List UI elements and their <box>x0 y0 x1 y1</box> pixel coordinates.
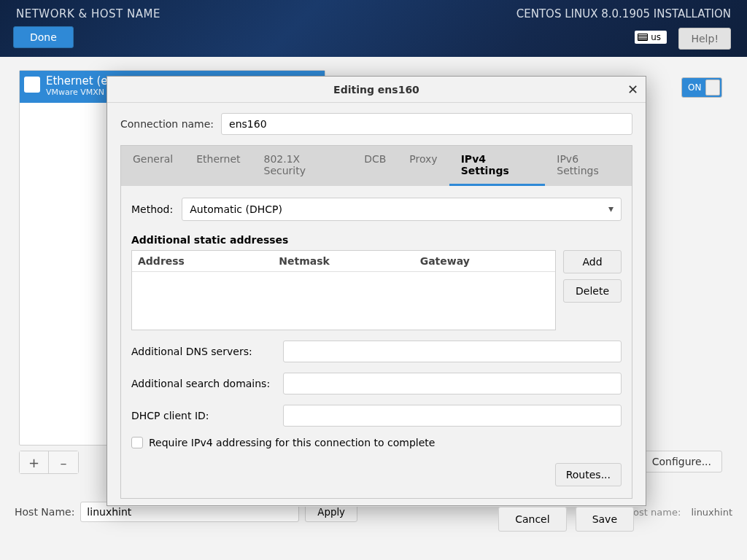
save-button[interactable]: Save <box>576 507 634 532</box>
remove-nic-button[interactable]: – <box>49 451 78 473</box>
tab-general[interactable]: General <box>121 146 185 186</box>
done-button[interactable]: Done <box>13 26 74 48</box>
static-addresses-table[interactable]: Address Netmask Gateway <box>131 250 556 330</box>
delete-address-button[interactable]: Delete <box>563 279 622 303</box>
col-netmask: Netmask <box>273 251 414 271</box>
tab-ipv4-settings[interactable]: IPv4 Settings <box>449 146 546 186</box>
toggle-knob <box>705 79 720 96</box>
product-title: CENTOS LINUX 8.0.1905 INSTALLATION <box>516 7 731 20</box>
require-ipv4-checkbox[interactable] <box>131 437 143 448</box>
tab-dcb[interactable]: DCB <box>352 146 398 186</box>
nic-add-remove-group: + – <box>19 451 79 474</box>
routes-button[interactable]: Routes... <box>555 463 622 486</box>
tab-proxy[interactable]: Proxy <box>398 146 449 186</box>
dialog-title: Editing ens160 <box>333 84 419 96</box>
help-button[interactable]: Help! <box>678 28 731 50</box>
require-ipv4-label: Require IPv4 addressing for this connect… <box>149 437 435 448</box>
installer-banner: NETWORK & HOST NAME CENTOS LINUX 8.0.190… <box>0 0 747 57</box>
connection-name-label: Connection name: <box>120 118 214 130</box>
cancel-button[interactable]: Cancel <box>498 507 566 532</box>
tab-ipv6-settings[interactable]: IPv6 Settings <box>545 146 632 186</box>
search-domains-label: Additional search domains: <box>131 378 277 389</box>
close-icon[interactable]: ✕ <box>627 77 638 103</box>
col-address: Address <box>132 251 273 271</box>
toggle-on-label: ON <box>688 82 701 93</box>
search-domains-input[interactable] <box>283 373 622 394</box>
hostname-label: Host Name: <box>15 506 74 518</box>
dialog-titlebar: Editing ens160 ✕ <box>107 77 646 103</box>
dns-servers-input[interactable] <box>283 341 622 362</box>
keyboard-indicator[interactable]: us <box>635 31 667 44</box>
dhcp-client-id-input[interactable] <box>283 405 622 427</box>
connection-toggle[interactable]: ON <box>681 77 722 98</box>
keyboard-layout-label: us <box>651 32 661 42</box>
configure-button[interactable]: Configure... <box>641 451 722 472</box>
keyboard-icon <box>638 34 648 41</box>
spoke-title: NETWORK & HOST NAME <box>16 7 160 20</box>
current-hostname-value: linuxhint <box>691 507 732 518</box>
settings-tabs: General Ethernet 802.1X Security DCB Pro… <box>120 145 632 186</box>
method-select[interactable]: Automatic (DHCP) <box>182 198 622 221</box>
connection-name-input[interactable] <box>221 113 632 135</box>
add-nic-button[interactable]: + <box>20 451 49 473</box>
ipv4-settings-panel: Method: Automatic (DHCP) Additional stat… <box>120 186 632 499</box>
dialog-footer: Cancel Save <box>107 506 646 532</box>
add-address-button[interactable]: Add <box>563 250 622 273</box>
additional-addresses-label: Additional static addresses <box>131 234 622 246</box>
col-gateway: Gateway <box>414 251 555 271</box>
edit-connection-dialog: Editing ens160 ✕ Connection name: Genera… <box>107 76 646 506</box>
ethernet-icon <box>24 77 40 93</box>
dhcp-client-id-label: DHCP client ID: <box>131 410 277 421</box>
method-label: Method: <box>131 203 173 215</box>
tab-ethernet[interactable]: Ethernet <box>185 146 252 186</box>
dns-servers-label: Additional DNS servers: <box>131 346 277 357</box>
tab-8021x-security[interactable]: 802.1X Security <box>252 146 353 186</box>
